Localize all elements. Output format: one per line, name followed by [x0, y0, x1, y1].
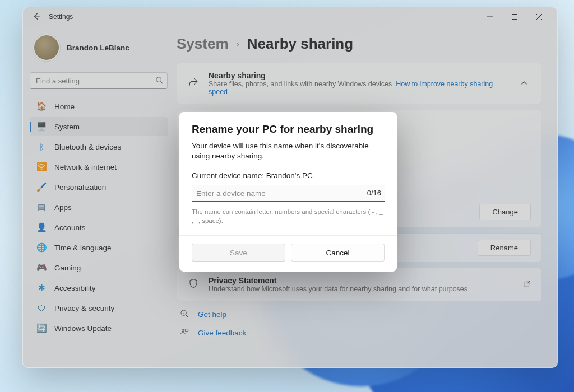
modal-footer: Save Cancel	[179, 235, 397, 272]
modal-title: Rename your PC for nearby sharing	[192, 123, 385, 136]
modal-current-name: Current device name: Brandon's PC	[192, 171, 385, 180]
modal-desc: Your device will use this name when it's…	[192, 141, 385, 161]
device-name-input[interactable]	[192, 185, 385, 202]
modal-hint: The name can contain letter, numbers and…	[192, 208, 385, 225]
rename-modal: Rename your PC for nearby sharing Your d…	[179, 112, 397, 272]
device-name-field: 0/16	[192, 185, 385, 202]
save-button[interactable]: Save	[192, 244, 285, 262]
char-counter: 0/16	[367, 189, 381, 197]
cancel-button[interactable]: Cancel	[291, 244, 385, 262]
